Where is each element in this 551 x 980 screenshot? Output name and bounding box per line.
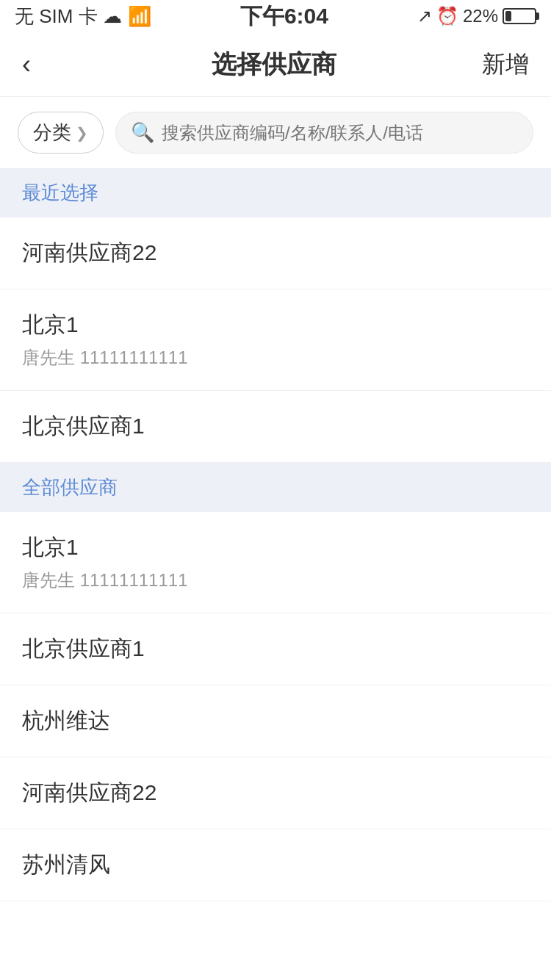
filter-bar: 分类 ❯ 🔍 [0,97,551,168]
all-section-label: 全部供应商 [22,476,118,498]
item-sub: 唐先生 11111111111 [22,569,529,592]
item-name: 北京供应商1 [22,634,529,664]
list-item[interactable]: 苏州清风 [0,829,551,901]
battery-icon [503,8,536,24]
search-input[interactable] [162,123,518,143]
category-button[interactable]: 分类 ❯ [18,112,104,154]
nav-bar: ‹ 选择供应商 新增 [0,32,551,97]
recent-list: 河南供应商22北京1唐先生 11111111111北京供应商1 [0,217,551,463]
item-name: 苏州清风 [22,850,529,880]
list-item[interactable]: 北京供应商1 [0,613,551,685]
category-label: 分类 [33,120,71,145]
battery-percent: 22% [463,6,498,26]
list-item[interactable]: 北京1唐先生 11111111111 [0,289,551,391]
item-name: 河南供应商22 [22,778,529,808]
search-box[interactable]: 🔍 [115,112,533,154]
item-name: 北京1 [22,310,529,340]
wifi-icon: 📶 [128,5,151,28]
sim-status: 无 SIM 卡 ☁ [15,4,122,29]
status-right: ↗ ⏰ 22% [417,6,536,26]
item-name: 北京1 [22,533,529,563]
status-left: 无 SIM 卡 ☁ 📶 [15,4,151,29]
location-icon: ↗ [417,6,432,26]
status-bar: 无 SIM 卡 ☁ 📶 下午6:04 ↗ ⏰ 22% [0,0,551,32]
item-name: 北京供应商1 [22,411,529,442]
list-item[interactable]: 北京供应商1 [0,391,551,463]
item-sub: 唐先生 11111111111 [22,346,529,370]
item-name: 河南供应商22 [22,238,529,268]
add-button[interactable]: 新增 [482,48,529,81]
item-name: 杭州维达 [22,706,529,736]
list-item[interactable]: 北京1唐先生 11111111111 [0,512,551,613]
list-item[interactable]: 杭州维达 [0,685,551,757]
back-button[interactable]: ‹ [22,49,66,80]
all-list: 北京1唐先生 11111111111北京供应商1杭州维达河南供应商22苏州清风 [0,512,551,901]
recent-section-header: 最近选择 [0,168,551,217]
list-item[interactable]: 河南供应商22 [0,217,551,289]
search-icon: 🔍 [131,121,154,144]
page-title: 选择供应商 [212,48,336,82]
status-time: 下午6:04 [240,1,328,32]
chevron-right-icon: ❯ [76,124,88,142]
list-item[interactable]: 河南供应商22 [0,757,551,829]
recent-section-label: 最近选择 [22,181,98,203]
all-section-header: 全部供应商 [0,463,551,512]
alarm-icon: ⏰ [436,6,458,26]
